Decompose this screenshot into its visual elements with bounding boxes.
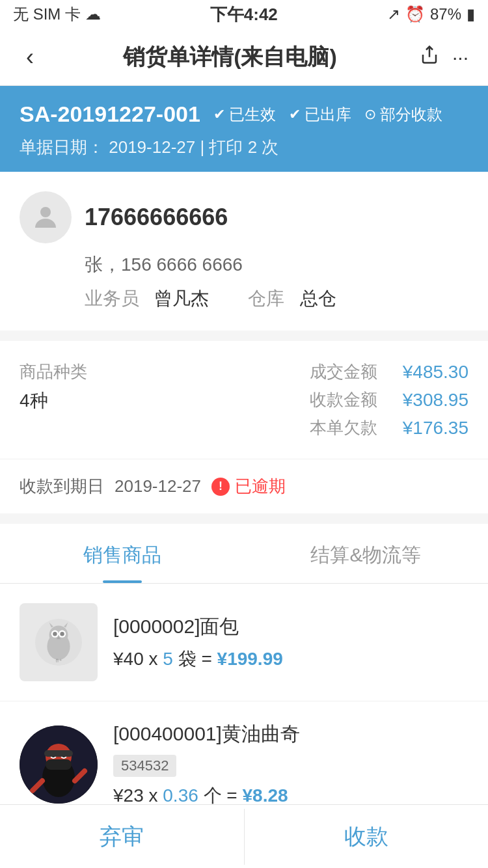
customer-row: 17666666666 xyxy=(20,191,468,243)
svg-text:兽+: 兽+ xyxy=(55,658,62,662)
page-title: 销货单详情(来自电脑) xyxy=(40,42,420,72)
product-name-1: [0000002]面包 xyxy=(113,614,468,640)
check-icon-2: ✔ xyxy=(289,106,301,123)
status-right: ↗ ⏰ 87% ▮ xyxy=(387,5,475,23)
due-date-section: 收款到期日 2019-12-27 ! 已逾期 xyxy=(0,459,488,513)
tab-sales-products[interactable]: 销售商品 xyxy=(0,524,244,583)
product-info-2: [000400001]黄油曲奇 534532 ¥23 x 0.36 个 = ¥8… xyxy=(113,721,468,808)
alarm-icon: ⏰ xyxy=(405,5,425,23)
tabs-section: 销售商品 结算&物流等 xyxy=(0,513,488,584)
overdue-text: 已逾期 xyxy=(235,475,286,498)
due-date-value: 2019-12-27 xyxy=(115,476,201,496)
stats-section: 商品种类 4种 成交金额 ¥485.30 收款金额 ¥308.95 本单欠款 ¥… xyxy=(0,341,488,459)
customer-meta: 业务员 曾凡杰 仓库 总仓 xyxy=(85,286,468,311)
nav-right-actions: ··· xyxy=(420,45,468,69)
bottom-bar: 弃审 收款 xyxy=(0,804,488,868)
check-icon-1: ✔ xyxy=(213,106,225,123)
status-time: 下午4:42 xyxy=(210,3,278,26)
more-icon[interactable]: ··· xyxy=(452,46,468,68)
overdue-badge: ! 已逾期 xyxy=(211,475,286,498)
clock-icon: ⊙ xyxy=(364,106,376,123)
product-thumbnail-2 xyxy=(20,726,98,804)
order-header-row1: SA-20191227-001 ✔ 已生效 ✔ 已出库 ⊙ 部分收款 xyxy=(20,102,468,127)
customer-section: 17666666666 张，156 6666 6666 业务员 曾凡杰 仓库 总… xyxy=(0,172,488,331)
svg-point-1 xyxy=(40,207,51,217)
status-badge-shipped: ✔ 已出库 xyxy=(289,104,351,125)
product-price-1: ¥40 x 5 袋 = ¥199.99 xyxy=(113,647,468,671)
customer-id: 17666666666 xyxy=(85,204,228,231)
order-header-banner: SA-20191227-001 ✔ 已生效 ✔ 已出库 ⊙ 部分收款 单据日期：… xyxy=(0,86,488,172)
nav-bar: ‹ 销货单详情(来自电脑) ··· xyxy=(0,29,488,86)
stats-right: 成交金额 ¥485.30 收款金额 ¥308.95 本单欠款 ¥176.35 xyxy=(310,360,468,439)
svg-point-8 xyxy=(60,632,64,636)
product-name-2: [000400001]黄油曲奇 xyxy=(113,721,468,748)
transaction-row: 成交金额 ¥485.30 xyxy=(310,360,468,383)
sim-status: 无 SIM 卡 ☁ xyxy=(13,4,101,25)
tab-settlement[interactable]: 结算&物流等 xyxy=(244,524,488,583)
avatar xyxy=(20,191,72,243)
status-left: 无 SIM 卡 ☁ xyxy=(13,4,101,25)
customer-contact: 张，156 6666 6666 xyxy=(85,252,468,277)
tabs-row: 销售商品 结算&物流等 xyxy=(0,524,488,584)
cancel-review-button[interactable]: 弃审 xyxy=(0,809,245,865)
collection-row: 收款金额 ¥308.95 xyxy=(310,388,468,411)
due-label: 收款到期日 xyxy=(20,475,104,498)
share-icon[interactable] xyxy=(420,45,439,69)
battery-status: 87% xyxy=(430,5,461,23)
product-info-1: [0000002]面包 ¥40 x 5 袋 = ¥199.99 xyxy=(113,614,468,671)
status-badge-partial: ⊙ 部分收款 xyxy=(364,104,442,125)
product-item: 兽+ [0000002]面包 ¥40 x 5 袋 = ¥199.99 xyxy=(0,584,488,701)
svg-rect-21 xyxy=(44,750,73,757)
product-sku-2: 534532 xyxy=(113,755,176,777)
divider-1 xyxy=(0,331,488,341)
svg-rect-16 xyxy=(46,759,72,770)
status-badge-active: ✔ 已生效 xyxy=(213,104,276,125)
collect-payment-button[interactable]: 收款 xyxy=(245,809,489,865)
overdue-icon: ! xyxy=(211,478,230,496)
product-thumbnail-1: 兽+ xyxy=(20,603,98,681)
status-bar: 无 SIM 卡 ☁ 下午4:42 ↗ ⏰ 87% ▮ xyxy=(0,0,488,29)
sales-info: 业务员 曾凡杰 xyxy=(85,286,209,311)
back-button[interactable]: ‹ xyxy=(20,37,40,77)
order-id: SA-20191227-001 xyxy=(20,102,200,127)
order-date-info: 单据日期： 2019-12-27 | 打印 2 次 xyxy=(20,136,468,159)
debt-row: 本单欠款 ¥176.35 xyxy=(310,416,468,439)
location-icon: ↗ xyxy=(387,5,400,23)
stats-left: 商品种类 4种 xyxy=(20,360,87,413)
product-list: 兽+ [0000002]面包 ¥40 x 5 袋 = ¥199.99 xyxy=(0,584,488,828)
battery-icon: ▮ xyxy=(467,5,475,23)
warehouse-info: 仓库 总仓 xyxy=(248,286,336,311)
svg-point-7 xyxy=(53,632,57,636)
